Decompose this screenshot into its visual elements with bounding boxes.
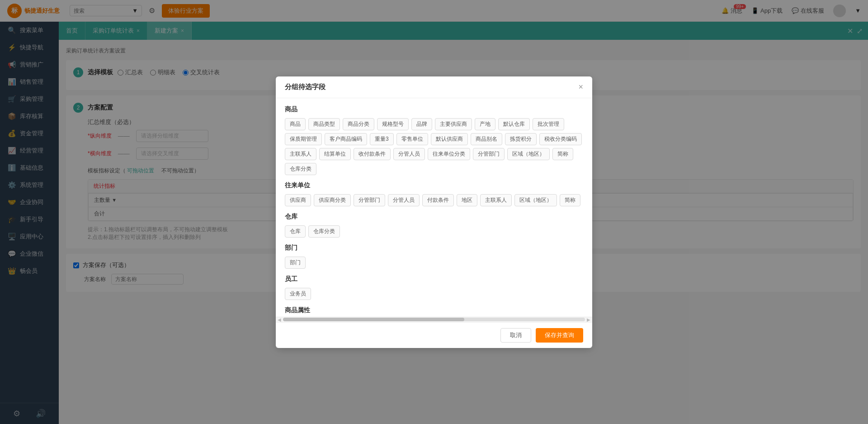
field-tag-1-3[interactable]: 分管人员 — [388, 194, 420, 206]
confirm-button[interactable]: 保存并查询 — [536, 328, 583, 343]
field-tag-0-21[interactable]: 往来单位分类 — [428, 148, 470, 160]
field-tag-2-1[interactable]: 仓库分类 — [308, 225, 340, 238]
field-tag-0-24[interactable]: 简称 — [552, 148, 573, 160]
field-tag-0-18[interactable]: 结算单位 — [319, 148, 351, 160]
tag-group-0: 商品商品类型商品分类规格型号品牌主要供应商产地默认仓库批次管理保质期管理客户商品… — [285, 118, 583, 175]
field-tag-0-16[interactable]: 税收分类编码 — [539, 133, 582, 145]
field-tag-3-0[interactable]: 部门 — [285, 257, 306, 269]
field-tag-1-7[interactable]: 区域（地区） — [514, 194, 557, 206]
field-tag-4-0[interactable]: 业务员 — [285, 288, 311, 300]
field-tag-0-23[interactable]: 区域（地区） — [507, 148, 550, 160]
section-title-3: 部门 — [285, 244, 583, 252]
modal-hscroll-thumb — [283, 318, 464, 321]
field-select-modal: 分组待选字段 × 商品商品商品类型商品分类规格型号品牌主要供应商产地默认仓库批次… — [276, 76, 592, 348]
field-tag-0-13[interactable]: 默认供应商 — [431, 133, 468, 145]
field-tag-1-4[interactable]: 付款条件 — [422, 194, 454, 206]
section-title-0: 商品 — [285, 105, 583, 114]
field-tag-0-1[interactable]: 商品类型 — [308, 118, 340, 130]
field-tag-0-11[interactable]: 重量3 — [370, 133, 394, 145]
field-tag-1-2[interactable]: 分管部门 — [354, 194, 385, 206]
modal-scroll-bottom: ◀ ▶ — [276, 317, 592, 322]
field-tag-0-10[interactable]: 客户商品编码 — [325, 133, 367, 145]
field-tag-0-19[interactable]: 收付款条件 — [354, 148, 391, 160]
field-tag-0-3[interactable]: 规格型号 — [377, 118, 409, 130]
tag-group-2: 仓库仓库分类 — [285, 225, 583, 238]
modal-close-icon[interactable]: × — [578, 83, 583, 91]
field-tag-1-5[interactable]: 地区 — [457, 194, 477, 206]
section-title-2: 仓库 — [285, 213, 583, 221]
modal-footer: 取消 保存并查询 — [276, 322, 592, 348]
field-tag-0-22[interactable]: 分管部门 — [473, 148, 505, 160]
field-tag-0-7[interactable]: 默认仓库 — [498, 118, 530, 130]
section-title-1: 往来单位 — [285, 181, 583, 190]
cancel-button[interactable]: 取消 — [500, 328, 531, 343]
modal-title: 分组待选字段 — [285, 83, 326, 91]
field-tag-1-8[interactable]: 简称 — [560, 194, 580, 206]
field-tag-2-0[interactable]: 仓库 — [285, 225, 306, 238]
field-tag-0-2[interactable]: 商品分类 — [343, 118, 374, 130]
section-title-5: 商品属性 — [285, 306, 583, 314]
section-title-4: 员工 — [285, 275, 583, 283]
field-tag-0-4[interactable]: 品牌 — [411, 118, 432, 130]
modal-body: 商品商品商品类型商品分类规格型号品牌主要供应商产地默认仓库批次管理保质期管理客户… — [276, 98, 592, 317]
field-tag-0-17[interactable]: 主联系人 — [285, 148, 316, 160]
scroll-right-arrow[interactable]: ▶ — [587, 317, 590, 322]
scroll-left-arrow[interactable]: ◀ — [278, 317, 281, 322]
field-tag-1-6[interactable]: 主联系人 — [480, 194, 512, 206]
field-tag-0-15[interactable]: 拣货积分 — [505, 133, 537, 145]
field-tag-0-0[interactable]: 商品 — [285, 118, 306, 130]
field-tag-0-20[interactable]: 分管人员 — [393, 148, 425, 160]
field-tag-0-25[interactable]: 仓库分类 — [285, 163, 316, 175]
field-tag-1-1[interactable]: 供应商分类 — [314, 194, 351, 206]
field-tag-1-0[interactable]: 供应商 — [285, 194, 311, 206]
field-tag-0-14[interactable]: 商品别名 — [471, 133, 502, 145]
field-tag-0-6[interactable]: 产地 — [475, 118, 495, 130]
tag-group-1: 供应商供应商分类分管部门分管人员付款条件地区主联系人区域（地区）简称 — [285, 194, 583, 206]
field-tag-0-9[interactable]: 保质期管理 — [285, 133, 322, 145]
modal-hscroll[interactable] — [283, 318, 585, 321]
tag-group-3: 部门 — [285, 257, 583, 269]
modal-overlay: 分组待选字段 × 商品商品商品类型商品分类规格型号品牌主要供应商产地默认仓库批次… — [0, 0, 868, 424]
modal-header: 分组待选字段 × — [276, 76, 592, 98]
field-tag-0-12[interactable]: 零售单位 — [396, 133, 428, 145]
field-tag-0-8[interactable]: 批次管理 — [533, 118, 564, 130]
field-tag-0-5[interactable]: 主要供应商 — [435, 118, 472, 130]
tag-group-4: 业务员 — [285, 288, 583, 300]
